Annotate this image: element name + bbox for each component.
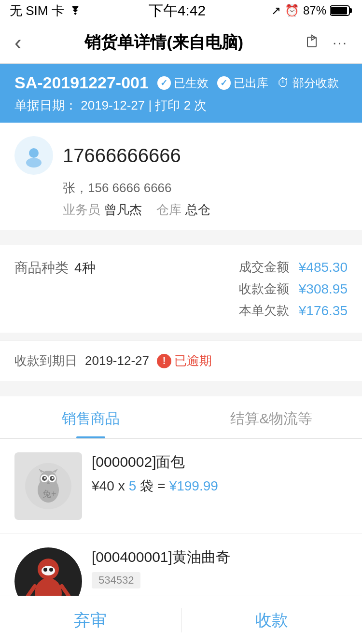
product-qty-1: 5 [129, 478, 137, 494]
alarm-icon: ⏰ [285, 4, 299, 17]
svg-point-22 [42, 566, 55, 575]
collect-payment-button[interactable]: 收款 [181, 600, 362, 641]
due-label: 收款到期日 [14, 352, 77, 369]
wifi-icon [68, 6, 83, 17]
product-price-1: ¥40 [92, 478, 114, 494]
status-time: 下午4:42 [149, 1, 206, 21]
received-value: ¥308.95 [299, 281, 348, 297]
svg-point-13 [44, 477, 46, 479]
svg-rect-2 [331, 7, 347, 14]
deal-amount-row: 成交金额 ¥485.30 [239, 259, 348, 276]
status-right: ↗ ⏰ 87% [271, 4, 352, 17]
svg-rect-1 [349, 8, 352, 13]
product-info-1: [0000002]面包 ¥40 x 5 袋 = ¥199.99 [92, 452, 348, 495]
sales-rep-value: 曾凡杰 [104, 201, 142, 218]
battery-level: 87% [303, 4, 326, 17]
category-label: 商品种类 [14, 259, 69, 277]
svg-point-23 [43, 568, 47, 572]
check-icon-2: ✓ [217, 76, 231, 90]
overdue-badge: ! 已逾期 [157, 352, 212, 369]
tabs-row: 销售商品 结算&物流等 [0, 396, 362, 438]
badge-effective: ✓ 已生效 [157, 75, 209, 91]
battery-icon [330, 5, 352, 16]
location-icon: ↗ [271, 4, 281, 17]
product-unit-1: 袋 [140, 477, 153, 495]
owl-icon: 兔+ [24, 462, 72, 510]
product-name-1: [0000002]面包 [92, 452, 348, 472]
deal-amount-label: 成交金额 [239, 259, 289, 276]
customer-name-phone: 张，156 6666 6666 [14, 180, 348, 196]
category-stats: 商品种类 4种 [14, 259, 96, 277]
due-date-section: 收款到期日 2019-12-27 ! 已逾期 [0, 340, 362, 381]
product-batch-2: 534532 [92, 572, 140, 588]
customer-meta: 业务员 曾凡杰 仓库 总仓 [14, 201, 348, 218]
warehouse-label: 仓库 [156, 201, 181, 218]
stats-section: 商品种类 4种 成交金额 ¥485.30 收款金额 ¥308.95 本单欠款 ¥… [0, 245, 362, 333]
divider-2 [0, 381, 362, 389]
avatar [14, 136, 53, 175]
tab-sales-products[interactable]: 销售商品 [0, 396, 181, 438]
customer-section: 17666666666 张，156 6666 6666 业务员 曾凡杰 仓库 总… [0, 123, 362, 230]
carrier-wifi: 无 SIM 卡 [10, 2, 83, 19]
due-date-value: 2019-12-27 [85, 353, 149, 368]
nav-right-icons: ··· [306, 33, 348, 51]
svg-point-24 [49, 568, 53, 572]
overdue-icon: ! [157, 354, 171, 368]
back-button[interactable]: ‹ [14, 30, 22, 55]
received-amount-row: 收款金额 ¥308.95 [239, 280, 348, 297]
amount-stats: 成交金额 ¥485.30 收款金额 ¥308.95 本单欠款 ¥176.35 [239, 259, 348, 319]
overdue-text: 已逾期 [174, 352, 212, 369]
order-header: SA-20191227-001 ✓ 已生效 ✓ 已出库 ⏱ 部分收款 单据日期：… [0, 64, 362, 123]
badge-shipped: ✓ 已出库 [217, 75, 268, 91]
status-bar: 无 SIM 卡 下午4:42 ↗ ⏰ 87% [0, 0, 362, 21]
badge-partial-payment: ⏱ 部分收款 [277, 75, 339, 91]
debt-amount-row: 本单欠款 ¥176.35 [239, 302, 348, 319]
customer-phone: 17666666666 [63, 145, 181, 167]
order-date-row: 单据日期： 2019-12-27 | 打印 2 次 [14, 97, 348, 114]
bottom-bar: 弃审 收款 [0, 596, 362, 644]
debt-label: 本单欠款 [239, 302, 289, 319]
page-title: 销货单详情(来自电脑) [84, 31, 243, 54]
product-item-1: 兔+ [0000002]面包 ¥40 x 5 袋 = ¥199.99 [0, 439, 362, 534]
product-price-row-1: ¥40 x 5 袋 = ¥199.99 [92, 477, 348, 495]
product-total-1: ¥199.99 [169, 478, 218, 494]
svg-point-5 [26, 158, 42, 168]
debt-value: ¥176.35 [299, 303, 348, 319]
order-id-row: SA-20191227-001 ✓ 已生效 ✓ 已出库 ⏱ 部分收款 [14, 73, 348, 92]
nav-bar: ‹ 销货单详情(来自电脑) ··· [0, 21, 362, 64]
sales-rep-label: 业务员 [63, 201, 100, 218]
divider-1 [0, 230, 362, 238]
warehouse-value: 总仓 [185, 201, 210, 218]
cancel-review-button[interactable]: 弃审 [0, 600, 181, 641]
order-id: SA-20191227-001 [14, 73, 149, 92]
sales-rep-item: 业务员 曾凡杰 [63, 201, 142, 218]
check-icon-1: ✓ [157, 76, 171, 90]
clock-icon: ⏱ [277, 75, 290, 90]
svg-text:兔+: 兔+ [42, 489, 56, 499]
product-name-2: [000400001]黄油曲奇 [92, 547, 348, 567]
received-label: 收款金额 [239, 280, 289, 297]
tabs-section: 销售商品 结算&物流等 [0, 396, 362, 439]
svg-point-14 [52, 477, 54, 479]
stats-row: 商品种类 4种 成交金额 ¥485.30 收款金额 ¥308.95 本单欠款 ¥… [14, 259, 348, 319]
svg-point-4 [29, 148, 39, 158]
customer-main-row: 17666666666 [14, 136, 348, 175]
deal-amount-value: ¥485.30 [299, 260, 348, 275]
warehouse-item: 仓库 总仓 [156, 201, 210, 218]
tab-settlement[interactable]: 结算&物流等 [181, 396, 362, 438]
more-icon[interactable]: ··· [333, 34, 348, 51]
product-thumb-1: 兔+ [14, 452, 82, 520]
category-count: 4种 [74, 259, 96, 277]
share-icon[interactable] [306, 33, 321, 51]
